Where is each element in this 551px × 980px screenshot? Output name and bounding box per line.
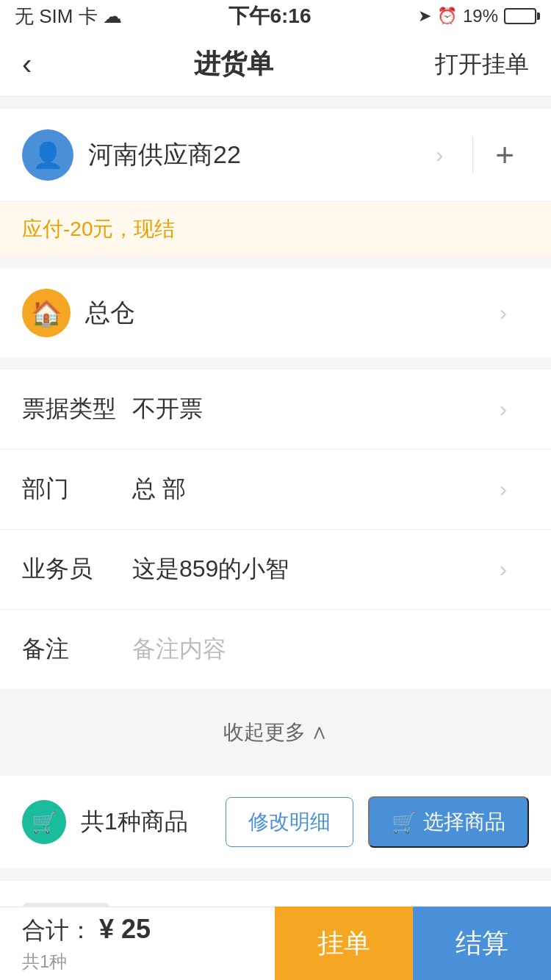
warehouse-name: 总仓 xyxy=(85,296,500,330)
avatar-icon: 👤 xyxy=(32,140,63,170)
products-icon: 🛒 xyxy=(22,800,66,844)
supplier-avatar: 👤 xyxy=(22,129,73,181)
vertical-divider xyxy=(472,137,473,173)
supplier-name: 河南供应商22 xyxy=(88,138,436,172)
remark-row[interactable]: 备注 备注内容 xyxy=(0,610,551,689)
location-icon: ➤ xyxy=(418,7,431,26)
supplier-row[interactable]: 👤 河南供应商22 › + xyxy=(0,109,551,202)
ticket-type-label: 票据类型 xyxy=(22,393,125,425)
bag-icon: 🛒 xyxy=(32,810,57,835)
select-product-label: 选择商品 xyxy=(423,808,505,836)
settle-button[interactable]: 结算 xyxy=(413,907,551,980)
status-bar: 无 SIM 卡 ☁ 下午6:16 ➤ ⏰ 19% xyxy=(0,0,551,32)
supplier-section: 👤 河南供应商22 › + 应付-20元，现结 xyxy=(0,109,551,256)
edit-detail-button[interactable]: 修改明细 xyxy=(226,797,353,847)
salesman-label: 业务员 xyxy=(22,553,125,586)
page-title: 进货单 xyxy=(194,46,273,82)
total-amount: ¥ 25 xyxy=(99,914,151,944)
department-row[interactable]: 部门 总 部 › xyxy=(0,450,551,530)
salesman-row[interactable]: 业务员 这是859的小智 › xyxy=(0,530,551,610)
ticket-type-chevron: › xyxy=(500,397,507,422)
select-product-button[interactable]: 🛒 选择商品 xyxy=(368,796,529,848)
add-supplier-button[interactable]: + xyxy=(480,137,529,173)
supplier-chevron-icon: › xyxy=(436,143,443,167)
nav-bar: ‹ 进货单 打开挂单 xyxy=(0,32,551,97)
total-label: 合计： xyxy=(22,917,93,943)
select-product-icon: 🛒 xyxy=(392,810,417,835)
remark-input[interactable]: 备注内容 xyxy=(132,633,529,666)
department-chevron: › xyxy=(500,477,507,502)
collapse-button[interactable]: 收起更多 ∧ xyxy=(0,701,551,764)
salesman-value: 这是859的小智 xyxy=(132,553,500,586)
department-value: 总 部 xyxy=(132,473,500,505)
warehouse-row[interactable]: 🏠 总仓 › xyxy=(0,268,551,358)
products-header: 🛒 共1种商品 修改明细 🛒 选择商品 xyxy=(0,776,551,869)
section-spacer xyxy=(0,97,551,109)
alarm-icon: ⏰ xyxy=(437,7,457,26)
products-section: 🛒 共1种商品 修改明细 🛒 选择商品 xyxy=(0,776,551,869)
warehouse-icon-symbol: 🏠 xyxy=(31,298,62,328)
back-button[interactable]: ‹ xyxy=(22,48,32,81)
form-section: 票据类型 不开票 › 部门 总 部 › 业务员 这是859的小智 › 备注 备注… xyxy=(0,370,551,689)
total-sub: 共1种 xyxy=(22,950,253,973)
sim-signal-text: 无 SIM 卡 ☁ xyxy=(15,4,122,29)
open-hold-button[interactable]: 打开挂单 xyxy=(435,48,529,81)
status-right: ➤ ⏰ 19% xyxy=(418,6,536,26)
notice-banner: 应付-20元，现结 xyxy=(0,202,551,256)
ticket-type-value: 不开票 xyxy=(132,393,500,425)
total-area: 合计： ¥ 25 共1种 xyxy=(0,907,275,980)
ticket-type-row[interactable]: 票据类型 不开票 › xyxy=(0,370,551,450)
hold-button[interactable]: 挂单 xyxy=(275,907,413,980)
warehouse-icon: 🏠 xyxy=(22,289,71,337)
notice-text: 应付-20元，现结 xyxy=(22,217,175,240)
battery-text: 19% xyxy=(463,6,498,26)
status-left: 无 SIM 卡 ☁ xyxy=(15,4,122,29)
battery-icon xyxy=(504,8,536,24)
salesman-chevron: › xyxy=(500,557,507,582)
products-count: 共1种商品 xyxy=(81,806,211,838)
status-time: 下午6:16 xyxy=(228,2,311,30)
warehouse-chevron-icon: › xyxy=(500,300,507,325)
total-main: 合计： ¥ 25 xyxy=(22,914,253,947)
remark-label: 备注 xyxy=(22,633,125,666)
department-label: 部门 xyxy=(22,473,125,505)
bottom-bar: 合计： ¥ 25 共1种 挂单 结算 xyxy=(0,907,551,980)
